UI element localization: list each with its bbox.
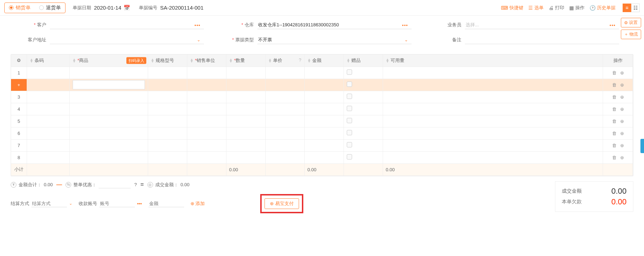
- table-row[interactable]: 1🗑⊕: [11, 67, 633, 79]
- table-row[interactable]: 8🗑⊕: [11, 151, 633, 163]
- col-amount[interactable]: ▲▼金额: [304, 54, 344, 67]
- more-icon[interactable]: •••: [402, 22, 408, 28]
- cell-barcode[interactable]: [27, 139, 69, 151]
- invoice-type-field[interactable]: *票据类型 ⌄: [218, 36, 426, 44]
- chevron-down-icon[interactable]: ⌄: [404, 37, 408, 42]
- cell-spec[interactable]: [148, 115, 187, 127]
- cell-spec[interactable]: [148, 79, 187, 91]
- cell-price[interactable]: [265, 151, 304, 163]
- cell-product[interactable]: [69, 91, 148, 103]
- cell-spec[interactable]: [148, 127, 187, 139]
- cell-unit[interactable]: [187, 91, 226, 103]
- table-row[interactable]: 6🗑⊕: [11, 127, 633, 139]
- select-order-button[interactable]: ☰选单: [528, 5, 544, 11]
- scan-input-badge[interactable]: 扫码录入: [126, 57, 146, 64]
- remark-input[interactable]: [465, 36, 619, 44]
- tab-return-order[interactable]: 退货单: [35, 3, 65, 13]
- tab-sales-order[interactable]: 销货单: [5, 3, 35, 13]
- cell-product[interactable]: [69, 79, 148, 91]
- cell-barcode[interactable]: [27, 79, 69, 91]
- customer-input[interactable]: [50, 21, 204, 29]
- delete-row-icon[interactable]: 🗑: [612, 119, 617, 124]
- cell-amount[interactable]: [304, 103, 344, 115]
- view-compact-button[interactable]: ≡: [623, 4, 631, 12]
- chevron-down-icon[interactable]: ⌄: [197, 37, 200, 42]
- side-drawer-handle[interactable]: [640, 139, 644, 153]
- cell-product[interactable]: [69, 67, 148, 79]
- chevron-down-icon[interactable]: ⌄: [69, 201, 72, 206]
- cell-qty[interactable]: [226, 115, 265, 127]
- customer-address-field[interactable]: 客户地址 ⌄: [11, 36, 218, 44]
- more-icon[interactable]: •••: [194, 22, 200, 28]
- cell-product[interactable]: [69, 139, 148, 151]
- copy-row-icon[interactable]: ⊕: [620, 143, 624, 148]
- cell-unit[interactable]: [187, 115, 226, 127]
- col-qty[interactable]: ▲▼*数量: [226, 54, 265, 67]
- table-row[interactable]: 7🗑⊕: [11, 139, 633, 151]
- cell-qty[interactable]: [226, 139, 265, 151]
- copy-row-icon[interactable]: ⊕: [620, 131, 624, 136]
- calendar-icon[interactable]: 📅: [124, 5, 130, 11]
- cell-product[interactable]: [69, 115, 148, 127]
- copy-row-icon[interactable]: ⊕: [620, 119, 624, 124]
- cell-qty[interactable]: [226, 67, 265, 79]
- pay-amount-input[interactable]: [148, 200, 184, 207]
- delete-row-icon[interactable]: 🗑: [612, 143, 617, 148]
- cell-amount[interactable]: [304, 139, 344, 151]
- cell-unit[interactable]: [187, 79, 226, 91]
- cell-spec[interactable]: [148, 67, 187, 79]
- delete-row-icon[interactable]: 🗑: [612, 131, 617, 136]
- product-cell-input[interactable]: [73, 80, 145, 89]
- col-gift[interactable]: ▲▼赠品: [344, 54, 383, 67]
- cell-gift[interactable]: [344, 139, 383, 151]
- account-field[interactable]: 收款账号 •••: [79, 200, 142, 207]
- cell-product[interactable]: [69, 151, 148, 163]
- view-detail-button[interactable]: ☷: [631, 4, 640, 12]
- cell-gift[interactable]: [344, 67, 383, 79]
- delete-row-icon[interactable]: 🗑: [612, 70, 617, 75]
- cell-qty[interactable]: [226, 103, 265, 115]
- cell-unit[interactable]: [187, 151, 226, 163]
- add-payment-button[interactable]: ⊕添加: [190, 200, 205, 207]
- more-icon[interactable]: •••: [609, 22, 616, 28]
- col-price[interactable]: ▲▼单价?: [265, 54, 304, 67]
- cell-amount[interactable]: [304, 79, 344, 91]
- table-row[interactable]: +🗑⊕: [11, 79, 633, 91]
- copy-row-icon[interactable]: ⊕: [620, 70, 624, 75]
- cell-qty[interactable]: [226, 91, 265, 103]
- invoice-type-input[interactable]: [257, 36, 412, 44]
- cell-barcode[interactable]: [27, 151, 69, 163]
- remark-field[interactable]: 备注: [426, 36, 633, 44]
- cell-amount[interactable]: [304, 151, 344, 163]
- cell-spec[interactable]: [148, 91, 187, 103]
- shortcut-button[interactable]: ⌨快捷键: [501, 5, 523, 11]
- customer-address-input[interactable]: [50, 36, 204, 44]
- gift-checkbox[interactable]: [347, 69, 352, 75]
- cell-price[interactable]: [265, 79, 304, 91]
- cell-barcode[interactable]: [27, 91, 69, 103]
- gift-checkbox[interactable]: [347, 94, 352, 99]
- cell-product[interactable]: [69, 127, 148, 139]
- cell-price[interactable]: [265, 103, 304, 115]
- col-available[interactable]: ▲▼可用量: [383, 54, 603, 67]
- cell-product[interactable]: [69, 103, 148, 115]
- history-button[interactable]: 🕑历史单据: [590, 5, 616, 11]
- gift-checkbox[interactable]: [347, 130, 352, 135]
- col-product[interactable]: ▲▼*商品扫码录入: [69, 54, 148, 67]
- table-row[interactable]: 4🗑⊕: [11, 103, 633, 115]
- warehouse-field[interactable]: *仓库 •••: [218, 21, 426, 29]
- operate-button[interactable]: ▦操作: [569, 5, 585, 11]
- cell-barcode[interactable]: [27, 103, 69, 115]
- cell-amount[interactable]: [304, 91, 344, 103]
- cell-qty[interactable]: [226, 127, 265, 139]
- cell-qty[interactable]: [226, 151, 265, 163]
- account-input[interactable]: [99, 200, 135, 207]
- gift-checkbox[interactable]: [347, 106, 352, 111]
- gift-checkbox[interactable]: [347, 154, 352, 160]
- settle-method-field[interactable]: 结算方式 ⌄: [11, 200, 72, 207]
- cell-barcode[interactable]: [27, 67, 69, 79]
- col-spec[interactable]: ▲▼规格型号: [148, 54, 187, 67]
- cell-gift[interactable]: [344, 127, 383, 139]
- cell-gift[interactable]: [344, 115, 383, 127]
- settle-method-input[interactable]: [31, 200, 67, 207]
